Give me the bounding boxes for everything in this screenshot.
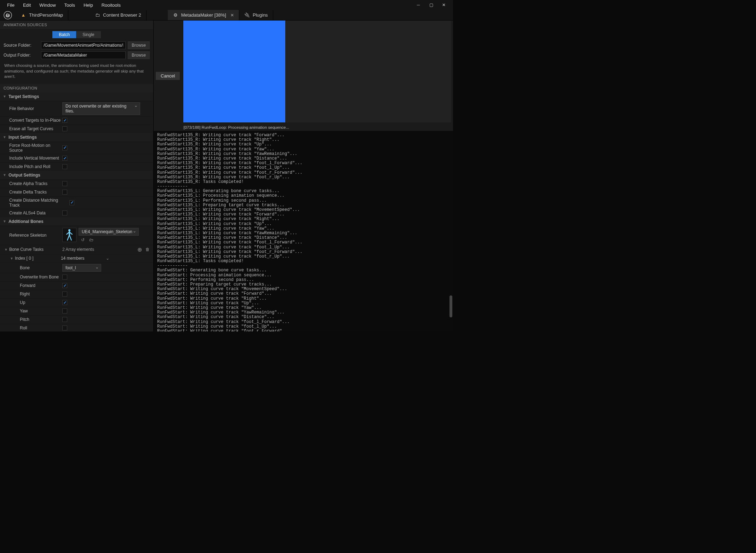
prop-bone-label: Bone — [20, 265, 62, 270]
seg-batch-button[interactable]: Batch — [52, 31, 76, 38]
ref-skel-dropdown[interactable]: UE4_Mannequin_Skeleton — [79, 228, 139, 236]
prop-yaw-label: Yaw — [20, 309, 62, 313]
section-animation-sources: ANIMATION SOURCES — [0, 21, 153, 29]
create-alpha-checkbox[interactable] — [62, 181, 67, 186]
left-panel: ANIMATION SOURCES Batch Single Source Fo… — [0, 21, 154, 332]
prop-convert-targets-label: Convert Targets to In-Place — [9, 118, 62, 123]
create-dist-checkbox[interactable] — [69, 200, 74, 205]
tab-row: ▲ ThirdPersonMap 🗀 Content Browser 2 ⚙ M… — [0, 10, 453, 21]
prop-bone-curve-tasks[interactable]: ▼ Bone Curve Tasks 2 Array elements ⊕ 🗑 — [0, 245, 153, 254]
prop-roll-label: Roll — [20, 326, 62, 330]
create-delta-checkbox[interactable] — [62, 190, 67, 195]
svg-rect-2 — [69, 231, 70, 235]
cat-output-settings[interactable]: ▼Output Settings — [0, 171, 153, 179]
yaw-checkbox[interactable] — [62, 309, 67, 313]
source-folder-input[interactable] — [41, 41, 126, 49]
log-output[interactable]: RunFwdStart135_R: Writing curve track "F… — [154, 131, 453, 332]
menu-help[interactable]: Help — [79, 0, 97, 10]
svg-point-0 — [4, 11, 12, 19]
svg-line-6 — [69, 235, 71, 241]
tab-label: MetadataMaker [38%] — [181, 12, 226, 18]
output-folder-label: Output Folder: — [4, 53, 39, 58]
chevron-down-icon: ▼ — [3, 135, 6, 139]
tab-thirdpersonmap[interactable]: ▲ ThirdPersonMap — [16, 10, 68, 20]
tab-label: ThirdPersonMap — [29, 12, 63, 18]
hint-text: When choosing a source, the animations b… — [0, 60, 153, 84]
menu-rooitools[interactable]: Rooitools — [97, 0, 125, 10]
reset-icon[interactable]: ↺ — [80, 237, 86, 243]
source-browse-button[interactable]: Browse — [128, 41, 150, 49]
browse-asset-icon[interactable]: 🗁 — [88, 237, 94, 243]
prop-file-behavior-label: File Behavior — [9, 106, 62, 111]
tab-label: Plugins — [253, 12, 268, 18]
prop-force-root-label: Force Root-Motion on Source — [9, 143, 62, 153]
overwrite-checkbox[interactable] — [62, 275, 67, 280]
svg-point-1 — [68, 229, 70, 231]
prop-create-als-label: Create ALSv4 Data — [9, 211, 62, 215]
prop-overwrite-label: Overwrite from Bone — [20, 275, 62, 280]
unreal-logo-icon — [0, 10, 16, 20]
seg-single-button[interactable]: Single — [76, 31, 101, 38]
prop-index-0[interactable]: ▼ Index [ 0 ] 14 members⌄ — [0, 254, 153, 263]
cancel-button[interactable]: Cancel — [156, 72, 180, 80]
tab-close-icon[interactable]: ✕ — [230, 13, 234, 18]
window-maximize-button[interactable]: ▢ — [425, 0, 437, 10]
chevron-down-icon: ▼ — [10, 257, 13, 260]
include-pitch-checkbox[interactable] — [62, 164, 67, 169]
right-panel: Cancel [073/188] RunFwdLoop: Processing … — [154, 21, 453, 332]
prop-create-dist-label: Create Distance Matching Track — [9, 198, 69, 208]
section-configuration: CONFIGURATION — [0, 84, 153, 92]
progress-status: [073/188] RunFwdLoop: Processing animati… — [183, 125, 451, 129]
window-minimize-button[interactable]: ─ — [412, 0, 425, 10]
prop-up-label: Up — [20, 300, 62, 305]
menu-tools[interactable]: Tools — [60, 0, 79, 10]
chevron-down-icon[interactable]: ⌄ — [106, 256, 109, 261]
cat-additional-bones[interactable]: ▼Additional Bones — [0, 217, 153, 226]
menu-edit[interactable]: Edit — [19, 0, 35, 10]
erase-curves-checkbox[interactable] — [62, 126, 67, 131]
force-root-checkbox[interactable] — [62, 145, 67, 150]
pitch-checkbox[interactable] — [62, 317, 67, 322]
prop-create-alpha-label: Create Alpha Tracks — [9, 181, 62, 186]
clear-array-icon[interactable]: 🗑 — [145, 247, 150, 252]
progress-row: Cancel [073/188] RunFwdLoop: Processing … — [154, 21, 453, 131]
plug-icon: 🔌 — [244, 12, 250, 18]
cat-input-settings[interactable]: ▼Input Settings — [0, 133, 153, 142]
file-behavior-dropdown[interactable]: Do not overwrite or alter existing files… — [62, 102, 140, 115]
tool-icon: ⚙ — [173, 12, 178, 18]
tab-plugins[interactable]: 🔌 Plugins — [239, 10, 273, 20]
bone-dropdown[interactable]: foot_l — [62, 264, 101, 272]
menu-window[interactable]: Window — [35, 0, 60, 10]
prop-ref-skel-label: Reference Skeleton — [9, 233, 62, 238]
progress-bar — [183, 21, 451, 122]
prop-right-label: Right — [20, 292, 62, 296]
add-element-icon[interactable]: ⊕ — [137, 246, 142, 253]
tab-contentbrowser[interactable]: 🗀 Content Browser 2 — [90, 10, 147, 20]
up-checkbox[interactable] — [62, 300, 67, 305]
create-als-checkbox[interactable] — [62, 211, 67, 215]
chevron-down-icon: ▼ — [3, 173, 6, 177]
right-checkbox[interactable] — [62, 292, 67, 296]
forward-checkbox[interactable] — [62, 283, 67, 288]
prop-pitch-label: Pitch — [20, 317, 62, 322]
prop-include-vert-label: Include Vertical Movement — [9, 156, 62, 161]
chevron-down-icon: ▼ — [3, 94, 6, 98]
output-folder-input[interactable] — [41, 51, 126, 59]
prop-forward-label: Forward — [20, 283, 62, 288]
menu-bar: File Edit Window Tools Help Rooitools ─ … — [0, 0, 453, 10]
convert-targets-checkbox[interactable] — [62, 118, 67, 123]
include-vert-checkbox[interactable] — [62, 156, 67, 161]
roll-checkbox[interactable] — [62, 326, 67, 330]
output-browse-button[interactable]: Browse — [128, 51, 150, 59]
scrollbar-thumb[interactable] — [449, 295, 452, 317]
window-close-button[interactable]: ✕ — [437, 0, 450, 10]
tab-label: Content Browser 2 — [103, 12, 141, 18]
menu-file[interactable]: File — [3, 0, 19, 10]
svg-line-5 — [67, 235, 69, 241]
tab-metadatamaker[interactable]: ⚙ MetadataMaker [38%] ✕ — [168, 10, 239, 20]
folder-icon: 🗀 — [94, 12, 100, 18]
prop-erase-curves-label: Erase all Target Curves — [9, 126, 62, 131]
cat-target-settings[interactable]: ▼Target Settings — [0, 92, 153, 101]
skeleton-thumb-icon[interactable] — [62, 228, 76, 242]
chevron-down-icon: ▼ — [3, 219, 6, 223]
